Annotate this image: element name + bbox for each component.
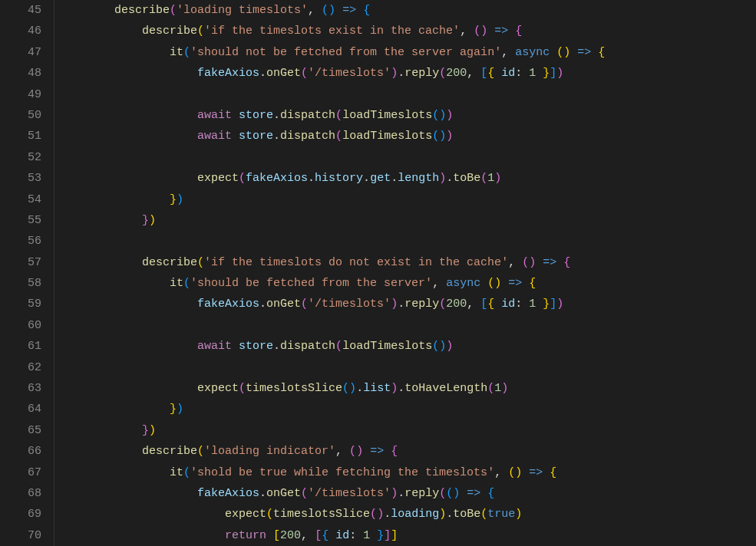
code-token: . <box>398 382 404 395</box>
code-token: 'loading indicator' <box>204 445 335 458</box>
code-token: ( <box>335 109 342 122</box>
code-token: . <box>356 382 363 395</box>
code-token: , <box>301 529 315 542</box>
code-token: { <box>391 445 398 458</box>
code-token: fakeAxios <box>197 298 259 311</box>
code-line[interactable]: expect(timeslotsSlice().list).toHaveLeng… <box>56 378 756 399</box>
code-token: => <box>577 46 591 59</box>
code-token <box>536 256 543 269</box>
code-token: loadTimeslots <box>342 109 432 122</box>
code-line[interactable]: describe('loading timeslots', () => { <box>56 0 756 21</box>
code-token: id <box>335 529 349 542</box>
code-token: ( <box>487 277 494 290</box>
code-editor[interactable]: 4546474849505152535455565758596061626364… <box>0 0 756 546</box>
code-token: expect <box>197 172 239 185</box>
code-line[interactable] <box>56 147 756 168</box>
code-token <box>522 277 529 290</box>
code-token: ( <box>349 445 356 458</box>
code-token: { <box>487 67 494 80</box>
code-line[interactable]: it('should not be fetched from the serve… <box>56 42 756 63</box>
code-token: onGet <box>266 67 301 80</box>
code-token: , <box>508 256 522 269</box>
code-token: { <box>529 277 536 290</box>
code-token: ( <box>439 67 446 80</box>
code-token: ( <box>370 508 377 521</box>
code-token: ( <box>266 508 273 521</box>
code-line[interactable]: expect(timeslotsSlice().loading).toBe(tr… <box>56 504 756 525</box>
code-token: 200 <box>446 298 467 311</box>
code-line[interactable]: }) <box>56 210 756 231</box>
code-token: . <box>259 487 266 500</box>
code-token: => <box>342 4 356 17</box>
code-line[interactable]: return [200, [{ id: 1 }]] <box>56 525 756 546</box>
code-token: { <box>487 487 494 500</box>
code-token: ( <box>432 109 439 122</box>
line-number: 63 <box>0 378 41 399</box>
code-token: await <box>197 130 232 143</box>
code-line[interactable]: describe('loading indicator', () => { <box>56 441 756 462</box>
code-token: describe <box>142 256 197 269</box>
code-line[interactable] <box>56 357 756 378</box>
code-token: onGet <box>266 298 301 311</box>
code-token: [ <box>480 298 487 311</box>
line-number: 62 <box>0 357 41 378</box>
code-line[interactable]: it('shold be true while fetching the tim… <box>56 462 756 483</box>
code-token: store <box>239 109 273 122</box>
line-number: 45 <box>0 0 41 21</box>
code-line[interactable]: describe('if the timeslots exist in the … <box>56 21 756 41</box>
code-token: it <box>170 46 183 59</box>
code-line[interactable]: fakeAxios.onGet('/timeslots').reply(200,… <box>56 63 756 84</box>
code-token: ( <box>239 172 246 185</box>
code-token <box>550 46 556 59</box>
code-token: dispatch <box>280 130 335 143</box>
code-line[interactable]: await store.dispatch(loadTimeslots()) <box>56 336 756 357</box>
code-token: ( <box>335 130 342 143</box>
code-line[interactable]: describe('if the timeslots do not exist … <box>56 252 756 273</box>
code-token: { <box>563 256 570 269</box>
code-token <box>536 298 543 311</box>
code-line[interactable] <box>56 231 756 252</box>
code-line[interactable]: fakeAxios.onGet('/timeslots').reply(200,… <box>56 294 756 314</box>
code-content[interactable]: describe('loading timeslots', () => { de… <box>56 0 756 546</box>
code-token <box>494 298 501 311</box>
code-token: } <box>142 424 149 437</box>
code-line[interactable]: }) <box>56 189 756 210</box>
code-line[interactable]: }) <box>56 399 756 419</box>
code-token: . <box>363 172 370 185</box>
code-line[interactable]: expect(fakeAxios.history.get.length).toB… <box>56 168 756 189</box>
line-number: 47 <box>0 42 41 63</box>
code-token: 1 <box>529 298 536 311</box>
code-token: } <box>543 298 550 311</box>
code-token: } <box>142 214 149 227</box>
code-token: ( <box>474 25 480 38</box>
code-token: await <box>197 109 232 122</box>
code-token: ( <box>335 340 342 353</box>
code-token: . <box>259 298 266 311</box>
code-token: true <box>487 508 515 521</box>
code-line[interactable]: await store.dispatch(loadTimeslots()) <box>56 126 756 146</box>
code-token: '/timeslots' <box>308 298 391 311</box>
code-token <box>384 445 391 458</box>
code-token: ( <box>197 25 204 38</box>
code-token: ) <box>556 67 563 80</box>
code-token: toHaveLength <box>404 382 487 395</box>
line-number: 70 <box>0 525 41 546</box>
code-line[interactable]: }) <box>56 420 756 441</box>
line-number: 53 <box>0 168 41 189</box>
code-token: reply <box>404 487 439 500</box>
code-token: , <box>467 298 480 311</box>
code-token: loading <box>391 508 439 521</box>
code-token: id <box>501 298 515 311</box>
code-line[interactable] <box>56 315 756 336</box>
code-line[interactable]: fakeAxios.onGet('/timeslots').reply(() =… <box>56 483 756 504</box>
code-line[interactable] <box>56 84 756 105</box>
code-token: ] <box>384 529 391 542</box>
code-line[interactable]: it('should be fetched from the server', … <box>56 273 756 294</box>
code-token: it <box>170 466 183 479</box>
code-line[interactable]: await store.dispatch(loadTimeslots()) <box>56 105 756 126</box>
code-token: reply <box>404 298 439 311</box>
code-token: fakeAxios <box>197 67 259 80</box>
code-token: } <box>170 403 177 416</box>
code-token: ( <box>439 487 446 500</box>
code-token: 1 <box>494 382 501 395</box>
